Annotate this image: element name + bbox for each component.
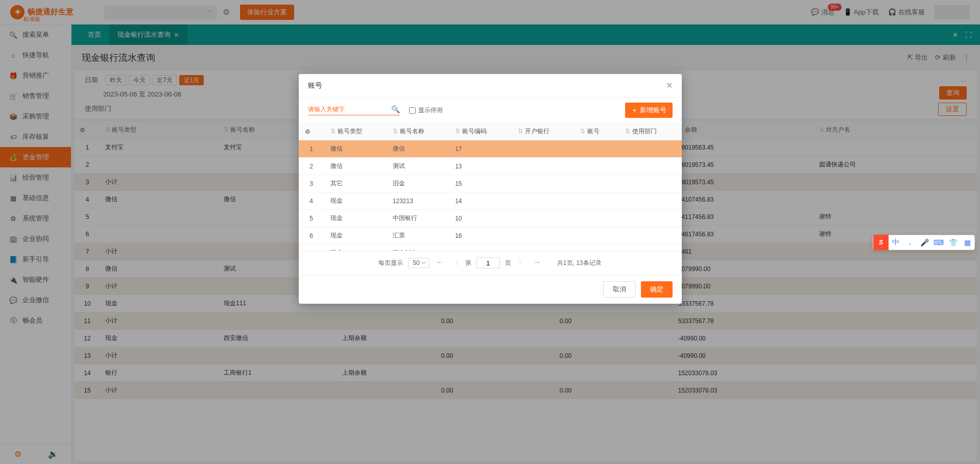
- cancel-button[interactable]: 取消: [603, 281, 636, 298]
- ime-mic-icon[interactable]: 🎤: [917, 238, 931, 247]
- column-header[interactable]: ⇅开户银行: [512, 123, 574, 140]
- page-input[interactable]: [476, 257, 500, 268]
- plus-icon: ＋: [631, 106, 638, 115]
- table-row[interactable]: 1微信微信17: [299, 140, 682, 158]
- chevron-down-icon: ﹀: [421, 259, 427, 268]
- ime-toolbar[interactable]: S 中 ， 🎤 ⌨ 👕 ▦: [873, 235, 975, 250]
- show-disabled-checkbox[interactable]: 显示停用: [409, 106, 443, 115]
- table-row[interactable]: 4现金12321314: [299, 192, 682, 210]
- ime-logo-icon: S: [873, 235, 889, 250]
- per-page-select[interactable]: 50 ﹀: [408, 258, 429, 268]
- column-header[interactable]: ⇅账号类型: [324, 123, 387, 140]
- search-input[interactable]: [308, 106, 385, 113]
- page-pre-label: 第: [465, 259, 471, 267]
- ime-grid-icon[interactable]: ▦: [960, 238, 974, 247]
- prev-page-icon[interactable]: 〈: [450, 259, 460, 267]
- column-header[interactable]: ⇅账号: [574, 123, 619, 140]
- modal-table: ⚙⇅账号类型⇅账号名称⇅账号编码⇅开户银行⇅账号⇅使用部门 1微信微信172微信…: [299, 123, 682, 251]
- page-post-label: 页: [505, 259, 511, 267]
- pager: 每页显示 50 ﹀ ⭰ 〈 第 页 〉 ⭲ 共1页, 13条记录: [299, 251, 682, 275]
- ime-skin-icon[interactable]: 👕: [946, 238, 960, 247]
- search-box: 🔍: [308, 105, 400, 115]
- ok-button[interactable]: 确定: [641, 281, 673, 298]
- modal-title: 账号: [308, 81, 322, 90]
- table-row[interactable]: 7现金现金11101: [299, 245, 682, 251]
- add-account-label: 新增账号: [640, 106, 666, 115]
- ime-keyboard-icon[interactable]: ⌨: [931, 238, 946, 247]
- gear-icon[interactable]: ⚙: [305, 128, 310, 135]
- add-account-button[interactable]: ＋ 新增账号: [625, 103, 673, 118]
- column-header[interactable]: ⇅账号编码: [449, 123, 511, 140]
- column-header[interactable]: ⇅使用部门: [619, 123, 681, 140]
- per-page-value: 50: [413, 259, 419, 266]
- close-icon[interactable]: ✕: [666, 81, 673, 90]
- show-disabled-input[interactable]: [409, 107, 416, 114]
- per-page-label: 每页显示: [378, 259, 403, 267]
- show-disabled-label: 显示停用: [418, 106, 443, 115]
- ime-lang[interactable]: 中: [889, 238, 903, 247]
- account-modal: 账号 ✕ 🔍 显示停用 ＋ 新增账号 ⚙⇅账号类型⇅账号名称⇅账号编码⇅开户银行…: [299, 74, 682, 304]
- first-page-icon[interactable]: ⭰: [435, 259, 445, 266]
- table-row[interactable]: 6现金汇票16: [299, 227, 682, 245]
- pager-info: 共1页, 13条记录: [557, 259, 602, 267]
- table-row[interactable]: 2微信测试13: [299, 158, 682, 175]
- search-icon[interactable]: 🔍: [391, 105, 400, 113]
- last-page-icon[interactable]: ⭲: [532, 259, 542, 266]
- column-header[interactable]: ⚙: [299, 123, 324, 140]
- next-page-icon[interactable]: 〉: [516, 259, 527, 267]
- table-row[interactable]: 3其它旧金15: [299, 175, 682, 192]
- ime-punct[interactable]: ，: [903, 238, 917, 247]
- column-header[interactable]: ⇅账号名称: [387, 123, 449, 140]
- table-row[interactable]: 5现金中国银行10: [299, 210, 682, 227]
